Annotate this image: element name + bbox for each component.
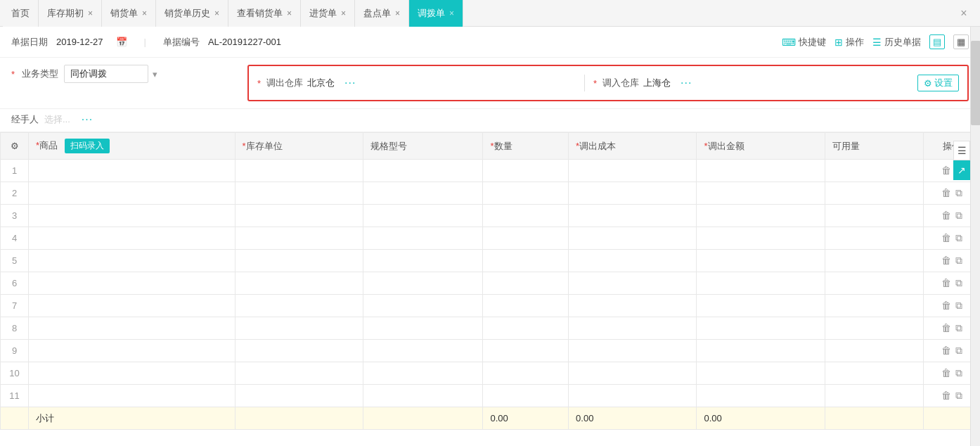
copy-icon-5[interactable]: ⧉ bbox=[955, 255, 962, 266]
cell-qty-3[interactable] bbox=[483, 205, 569, 227]
cell-cost-4[interactable] bbox=[569, 227, 697, 250]
scrollbar-thumb[interactable] bbox=[971, 41, 980, 125]
tab-close-view-sales[interactable]: × bbox=[287, 8, 292, 18]
cell-amount-3[interactable] bbox=[697, 205, 825, 227]
cell-qty-9[interactable] bbox=[483, 340, 569, 362]
cell-qty-2[interactable] bbox=[483, 182, 569, 205]
cell-cost-7[interactable] bbox=[569, 295, 697, 317]
window-close-button[interactable]: × bbox=[950, 0, 977, 27]
cell-qty-8[interactable] bbox=[483, 317, 569, 340]
cell-qty-11[interactable] bbox=[483, 385, 569, 407]
cell-cost-6[interactable] bbox=[569, 272, 697, 295]
cell-cost-11[interactable] bbox=[569, 385, 697, 407]
cell-cost-8[interactable] bbox=[569, 317, 697, 340]
cell-unit-11[interactable] bbox=[235, 385, 363, 407]
copy-icon-9[interactable]: ⧉ bbox=[955, 345, 962, 356]
cell-amount-7[interactable] bbox=[697, 295, 825, 317]
cell-qty-10[interactable] bbox=[483, 362, 569, 385]
settings-button[interactable]: ⚙ 设置 bbox=[917, 75, 959, 91]
cell-unit-7[interactable] bbox=[235, 295, 363, 317]
tab-close-sales-order[interactable]: × bbox=[142, 8, 147, 18]
cell-amount-11[interactable] bbox=[697, 385, 825, 407]
cell-unit-5[interactable] bbox=[235, 250, 363, 272]
cell-amount-1[interactable] bbox=[697, 160, 825, 182]
cell-unit-3[interactable] bbox=[235, 205, 363, 227]
cell-product-3[interactable] bbox=[29, 205, 236, 227]
cell-product-5[interactable] bbox=[29, 250, 236, 272]
copy-icon-10[interactable]: ⧉ bbox=[955, 367, 962, 378]
delete-icon-2[interactable]: 🗑 bbox=[941, 187, 951, 198]
cell-product-2[interactable] bbox=[29, 182, 236, 205]
layout-btn-2[interactable]: ▦ bbox=[953, 34, 969, 49]
copy-icon-7[interactable]: ⧉ bbox=[955, 300, 962, 311]
transfer-in-more[interactable]: ··· bbox=[681, 77, 692, 89]
cell-spec-2[interactable] bbox=[363, 182, 483, 205]
cell-product-7[interactable] bbox=[29, 295, 236, 317]
handler-more[interactable]: ··· bbox=[82, 113, 93, 126]
cell-cost-2[interactable] bbox=[569, 182, 697, 205]
cell-spec-8[interactable] bbox=[363, 317, 483, 340]
tab-sales-order[interactable]: 销货单× bbox=[102, 0, 156, 27]
delete-icon-10[interactable]: 🗑 bbox=[941, 367, 951, 378]
cell-spec-3[interactable] bbox=[363, 205, 483, 227]
cell-product-9[interactable] bbox=[29, 340, 236, 362]
delete-icon-3[interactable]: 🗑 bbox=[941, 210, 951, 221]
tab-close-sales-history[interactable]: × bbox=[214, 8, 219, 18]
cell-available-7[interactable] bbox=[825, 295, 923, 317]
cell-unit-10[interactable] bbox=[235, 362, 363, 385]
cell-spec-10[interactable] bbox=[363, 362, 483, 385]
shortcuts-button[interactable]: ⌨ 快捷键 bbox=[782, 36, 826, 49]
delete-icon-5[interactable]: 🗑 bbox=[941, 255, 951, 266]
copy-icon-2[interactable]: ⧉ bbox=[955, 187, 962, 198]
copy-icon-6[interactable]: ⧉ bbox=[955, 277, 962, 288]
cell-available-5[interactable] bbox=[825, 250, 923, 272]
copy-icon-11[interactable]: ⧉ bbox=[955, 390, 962, 401]
tab-inventory-count[interactable]: 盘点单× bbox=[355, 0, 409, 27]
cell-available-8[interactable] bbox=[825, 317, 923, 340]
cell-unit-8[interactable] bbox=[235, 317, 363, 340]
cell-cost-9[interactable] bbox=[569, 340, 697, 362]
cell-qty-4[interactable] bbox=[483, 227, 569, 250]
copy-icon-4[interactable]: ⧉ bbox=[955, 232, 962, 243]
cell-product-6[interactable] bbox=[29, 272, 236, 295]
side-export-button[interactable]: ↗ bbox=[953, 160, 970, 180]
scrollbar-track[interactable] bbox=[970, 27, 980, 446]
cell-spec-1[interactable] bbox=[363, 160, 483, 182]
layout-btn-1[interactable]: ▤ bbox=[929, 34, 945, 49]
history-button[interactable]: ☰ 历史单据 bbox=[872, 36, 921, 49]
tab-inventory-init[interactable]: 库存期初× bbox=[39, 0, 102, 27]
delete-icon-7[interactable]: 🗑 bbox=[941, 300, 951, 311]
cell-available-3[interactable] bbox=[825, 205, 923, 227]
business-type-dropdown-arrow[interactable]: ▾ bbox=[153, 69, 157, 79]
cell-spec-7[interactable] bbox=[363, 295, 483, 317]
tab-home[interactable]: 首页 bbox=[3, 0, 39, 27]
delete-icon-11[interactable]: 🗑 bbox=[941, 390, 951, 401]
cell-amount-5[interactable] bbox=[697, 250, 825, 272]
delete-icon-8[interactable]: 🗑 bbox=[941, 322, 951, 333]
cell-amount-6[interactable] bbox=[697, 272, 825, 295]
cell-product-1[interactable] bbox=[29, 160, 236, 182]
business-type-select[interactable]: 同价调拨 bbox=[64, 65, 148, 83]
cell-spec-4[interactable] bbox=[363, 227, 483, 250]
tab-purchase-order[interactable]: 进货单× bbox=[301, 0, 355, 27]
delete-icon-4[interactable]: 🗑 bbox=[941, 232, 951, 243]
cell-product-11[interactable] bbox=[29, 385, 236, 407]
cell-unit-1[interactable] bbox=[235, 160, 363, 182]
table-gear-icon[interactable]: ⚙ bbox=[11, 141, 19, 151]
cell-available-10[interactable] bbox=[825, 362, 923, 385]
tab-close-purchase-order[interactable]: × bbox=[341, 8, 346, 18]
operations-button[interactable]: ⊞ 操作 bbox=[834, 36, 864, 49]
cell-spec-5[interactable] bbox=[363, 250, 483, 272]
cell-cost-10[interactable] bbox=[569, 362, 697, 385]
cell-cost-3[interactable] bbox=[569, 205, 697, 227]
cell-unit-2[interactable] bbox=[235, 182, 363, 205]
copy-icon-8[interactable]: ⧉ bbox=[955, 322, 962, 333]
cell-amount-4[interactable] bbox=[697, 227, 825, 250]
cell-unit-4[interactable] bbox=[235, 227, 363, 250]
transfer-out-more[interactable]: ··· bbox=[344, 77, 356, 89]
cell-spec-9[interactable] bbox=[363, 340, 483, 362]
cell-amount-2[interactable] bbox=[697, 182, 825, 205]
cell-product-8[interactable] bbox=[29, 317, 236, 340]
copy-icon-3[interactable]: ⧉ bbox=[955, 210, 962, 221]
cell-product-4[interactable] bbox=[29, 227, 236, 250]
